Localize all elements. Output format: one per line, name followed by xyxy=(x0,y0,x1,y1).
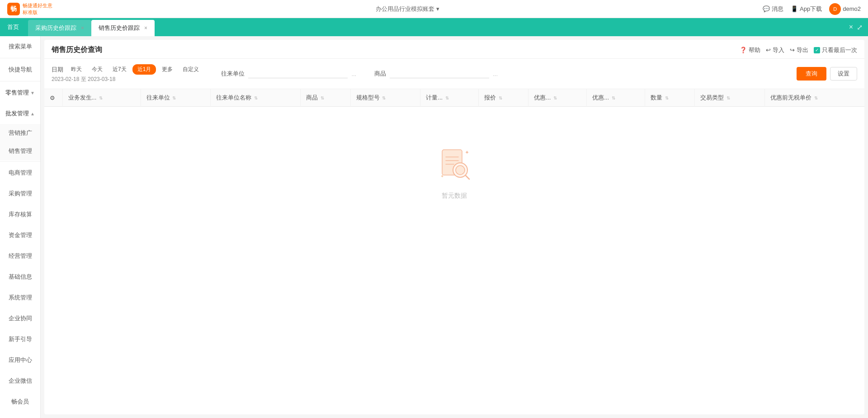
help-button[interactable]: ❓ 帮助 xyxy=(740,46,760,54)
page-container: 销售历史价查询 ❓ 帮助 ↩ 导入 ↪ 导出 ✓ xyxy=(44,40,864,414)
sidebar-item-quick-nav[interactable]: 快捷导航 xyxy=(0,59,40,80)
sidebar-item-retail-mgmt[interactable]: 零售管理 ▼ xyxy=(0,82,40,103)
sort-icon-unit: ⇅ xyxy=(445,95,449,100)
query-button[interactable]: 查询 xyxy=(797,67,826,81)
tab-sales-history[interactable]: 销售历史价跟踪 × xyxy=(91,20,155,36)
wholesale-mgmt-arrow: ▲ xyxy=(30,111,35,116)
column-spec[interactable]: 规格型号 ⇅ xyxy=(350,89,420,107)
date-btn-custom[interactable]: 自定义 xyxy=(179,64,203,75)
partner-filter-group: 往来单位 ... xyxy=(221,69,356,78)
sidebar-item-sales-mgmt[interactable]: 销售管理 xyxy=(0,142,40,160)
help-label: 帮助 xyxy=(749,46,760,54)
filter-bar: 日期 昨天 今天 近7天 近1月 更多 自定义 2023-02-18 至 202… xyxy=(44,59,864,89)
settings-button[interactable]: 设置 xyxy=(830,67,857,81)
tab-purchase-history-close[interactable]: × xyxy=(81,25,84,31)
message-button[interactable]: 💬 消息 xyxy=(763,5,783,13)
sidebar-divider-1 xyxy=(0,58,40,58)
only-last-checkbox[interactable]: ✓ 只看最后一次 xyxy=(814,46,857,54)
export-button[interactable]: ↪ 导出 xyxy=(790,46,808,54)
sidebar-item-app-center[interactable]: 应用中心 xyxy=(0,350,40,370)
top-bar: 畅 畅捷通好生意 标准版 办公用品行业模拟账套 ▾ 💬 消息 📱 App下载 D… xyxy=(0,0,868,18)
date-btn-1month[interactable]: 近1月 xyxy=(132,64,156,75)
content-area: 销售历史价查询 ❓ 帮助 ↩ 导入 ↪ 导出 ✓ xyxy=(41,36,868,418)
industry-selector-label: 办公用品行业模拟账套 xyxy=(376,5,434,13)
sidebar-item-system[interactable]: 系统管理 xyxy=(0,287,40,308)
sidebar-item-wholesale-mgmt[interactable]: 批发管理 ▲ xyxy=(0,103,40,124)
export-icon: ↪ xyxy=(790,47,795,53)
column-biz-date[interactable]: 业务发生... ⇅ xyxy=(62,89,141,107)
help-icon: ❓ xyxy=(740,47,747,53)
tab-sales-history-close[interactable]: × xyxy=(144,25,147,31)
sort-icon-discount2: ⇅ xyxy=(612,95,615,100)
sort-icon-spec: ⇅ xyxy=(382,95,386,100)
import-button[interactable]: ↩ 导入 xyxy=(766,46,784,54)
sidebar-item-marketing[interactable]: 营销推广 xyxy=(0,124,40,142)
sidebar-item-ecommerce[interactable]: 电商管理 xyxy=(0,162,40,183)
svg-point-5 xyxy=(456,166,465,175)
partner-input[interactable] xyxy=(248,69,348,78)
app-download-label: App下载 xyxy=(800,5,822,13)
settings-icon: ⚙ xyxy=(50,95,55,101)
checkbox-checked-icon: ✓ xyxy=(814,47,820,53)
user-menu[interactable]: D demo2 xyxy=(829,3,861,15)
sidebar-item-operations[interactable]: 经营管理 xyxy=(0,246,40,266)
column-partner-name[interactable]: 往来单位名称 ⇅ xyxy=(211,89,301,107)
export-label: 导出 xyxy=(797,46,808,54)
column-unit[interactable]: 计量... ⇅ xyxy=(420,89,479,107)
main-layout: 搜索菜单 快捷导航 零售管理 ▼ 批发管理 ▲ 营销推广 销售管理 电商管理 采… xyxy=(0,36,868,418)
retail-mgmt-arrow: ▼ xyxy=(30,90,35,95)
svg-text:✦: ✦ xyxy=(465,149,469,156)
sidebar-item-beginner[interactable]: 新手引导 xyxy=(0,329,40,350)
sidebar-item-enterprise-coop[interactable]: 企业协同 xyxy=(0,308,40,329)
date-filter-group: 日期 昨天 今天 近7天 近1月 更多 自定义 xyxy=(52,64,203,75)
svg-text:✦: ✦ xyxy=(440,174,444,179)
sidebar-item-vip[interactable]: 畅会员 xyxy=(0,391,40,412)
app-download-button[interactable]: 📱 App下载 xyxy=(791,5,822,13)
sidebar-item-purchase[interactable]: 采购管理 xyxy=(0,183,40,204)
column-pre-discount-price[interactable]: 优惠前无税单价 ⇅ xyxy=(765,89,864,107)
column-discount1[interactable]: 优惠... ⇅ xyxy=(528,89,587,107)
industry-selector[interactable]: 办公用品行业模拟账套 ▾ xyxy=(376,5,439,13)
sidebar-item-inventory[interactable]: 库存核算 xyxy=(0,204,40,225)
top-bar-right: 💬 消息 📱 App下载 D demo2 xyxy=(763,3,861,15)
date-btn-more[interactable]: 更多 xyxy=(158,64,177,75)
sidebar-item-search-menu[interactable]: 搜索菜单 xyxy=(0,36,40,57)
svg-line-6 xyxy=(466,176,469,179)
tab-home-label: 首页 xyxy=(7,23,19,31)
column-product[interactable]: 商品 ⇅ xyxy=(301,89,350,107)
column-trade-type[interactable]: 交易类型 ⇅ xyxy=(695,89,765,107)
column-partner-code[interactable]: 往来单位 ⇅ xyxy=(141,89,211,107)
column-settings[interactable]: ⚙ xyxy=(44,89,62,107)
user-name: demo2 xyxy=(843,5,861,12)
column-quantity[interactable]: 数量 ⇅ xyxy=(645,89,695,107)
close-tab-action[interactable]: × xyxy=(849,23,853,31)
sidebar-item-finance[interactable]: 资金管理 xyxy=(0,225,40,246)
product-input[interactable] xyxy=(390,69,489,78)
date-range-display: 2023-02-18 至 2023-03-18 xyxy=(52,76,203,83)
date-btn-today[interactable]: 今天 xyxy=(88,64,107,75)
empty-text: 暂元数据 xyxy=(442,192,467,200)
tab-home[interactable]: 首页 xyxy=(0,18,26,36)
sidebar: 搜索菜单 快捷导航 零售管理 ▼ 批发管理 ▲ 营销推广 销售管理 电商管理 采… xyxy=(0,36,41,418)
sort-icon-product: ⇅ xyxy=(321,95,324,100)
table-area: ⚙ 业务发生... ⇅ 往来单位 ⇅ 往来单位名称 xyxy=(44,89,864,414)
top-bar-center: 办公用品行业模拟账套 ▾ xyxy=(376,5,439,13)
sidebar-item-basic-info[interactable]: 基础信息 xyxy=(0,266,40,287)
tab-bar-actions: × ⤢ xyxy=(849,23,868,32)
date-btn-7days[interactable]: 近7天 xyxy=(108,64,131,75)
filter-date-group: 日期 昨天 今天 近7天 近1月 更多 自定义 2023-02-18 至 202… xyxy=(52,64,203,83)
product-filter-label: 商品 xyxy=(374,70,386,78)
fullscreen-action[interactable]: ⤢ xyxy=(857,23,863,32)
top-bar-left: 畅 畅捷通好生意 标准版 xyxy=(7,2,52,15)
column-price[interactable]: 报价 ⇅ xyxy=(479,89,528,107)
tab-bar: 首页 采购历史价跟踪 × 销售历史价跟踪 × × ⤢ xyxy=(0,18,868,36)
tab-purchase-history[interactable]: 采购历史价跟踪 × xyxy=(28,20,91,36)
sort-icon-quantity: ⇅ xyxy=(665,95,669,100)
date-btn-yesterday[interactable]: 昨天 xyxy=(67,64,86,75)
data-table: ⚙ 业务发生... ⇅ 往来单位 ⇅ 往来单位名称 xyxy=(44,89,864,107)
sidebar-item-enterprise-wechat[interactable]: 企业微信 xyxy=(0,370,40,391)
sidebar-divider-3 xyxy=(0,161,40,162)
table-header-row: ⚙ 业务发生... ⇅ 往来单位 ⇅ 往来单位名称 xyxy=(44,89,864,107)
column-discount2[interactable]: 优惠... ⇅ xyxy=(587,89,645,107)
sort-icon-biz-date: ⇅ xyxy=(99,95,103,100)
